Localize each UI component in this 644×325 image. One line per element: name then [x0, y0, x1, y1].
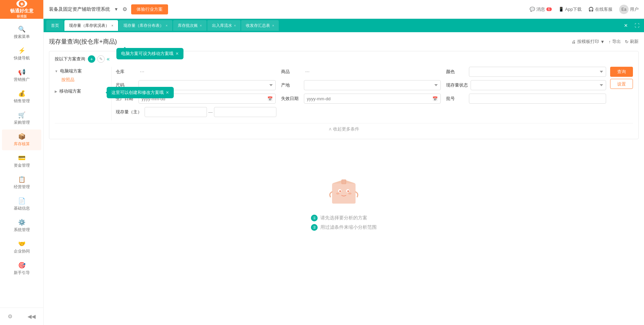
sidebar-item-system[interactable]: ⚙️ 系统管理	[2, 215, 41, 236]
print-button[interactable]: 🖨 按模板打印 ▼	[572, 39, 605, 45]
origin-select[interactable]	[304, 80, 441, 90]
filter-add-button[interactable]: +	[88, 55, 95, 63]
user-item[interactable]: Ea 用户	[619, 5, 639, 14]
tab-home[interactable]: 首页	[46, 20, 64, 31]
filter-back-button[interactable]: «	[107, 56, 110, 62]
collapse-sidebar-icon[interactable]: ◀◀	[25, 312, 38, 321]
product-ellipsis-btn[interactable]: ···	[304, 69, 311, 75]
sidebar-item-finance[interactable]: 💳 资金管理	[2, 151, 41, 172]
tooltip2-close-icon[interactable]: ✕	[166, 90, 169, 95]
search-icon: 🔍	[18, 25, 25, 33]
expire-date-calendar-icon[interactable]: 📅	[432, 96, 438, 101]
tab-label-inventory_dist: 现存量（库存分布表）	[123, 23, 164, 29]
tab-in_out_flow[interactable]: 出入库流水×	[207, 20, 241, 31]
collapse-bar[interactable]: ∧ 收起更多条件	[55, 123, 633, 135]
warehouse-label: 仓库	[116, 69, 136, 75]
enterprise-icon: 🤝	[18, 240, 25, 248]
mobile-scheme-header[interactable]: ▶ 移动端方案	[55, 87, 107, 96]
color-select[interactable]	[469, 67, 606, 77]
tab-close-batch_account[interactable]: ×	[200, 24, 202, 28]
svg-rect-3	[341, 179, 346, 184]
stock-qty-max[interactable]	[214, 107, 276, 117]
tab-inventory_status[interactable]: 现存量（库存状况表）×	[64, 20, 118, 31]
produce-date-calendar-icon[interactable]: 📅	[267, 96, 273, 101]
header-settings-icon[interactable]: ⚙	[122, 6, 127, 12]
export-button[interactable]: ↑ 导出	[609, 39, 621, 45]
filter-field-expire-date: 失效日期 📅	[281, 94, 441, 104]
sidebar-item-quick[interactable]: ⚡ 快捷导航	[2, 44, 41, 64]
filter-field-stock-status: 现存量状态	[446, 80, 606, 90]
sidebar-item-marketing[interactable]: 📢 营销推广	[2, 65, 41, 86]
guide-icon: 🎯	[18, 262, 25, 269]
online-service-item[interactable]: 🎧 在线客服	[588, 6, 612, 12]
tab-label-inventory_status: 现存量（库存状况表）	[69, 23, 109, 29]
sidebar-item-basic[interactable]: 📄 基础信息	[2, 194, 41, 215]
tip-1-num: ①	[311, 215, 318, 221]
message-item[interactable]: 💬 消息 6	[530, 6, 552, 12]
pc-scheme-arrow-icon: ▼	[55, 69, 58, 73]
tab-close-in_out_flow[interactable]: ×	[234, 24, 236, 28]
tab-receive_summary[interactable]: 收发存汇总表×	[241, 20, 279, 31]
trial-button[interactable]: 体验行业方案	[131, 4, 168, 14]
empty-illustration	[324, 170, 364, 208]
expire-date-field[interactable]	[307, 96, 433, 101]
origin-label: 产地	[281, 82, 301, 88]
empty-state: ① 请先选择要分析的方案 ② 用过滤条件来缩小分析范围	[49, 143, 639, 258]
operation-icon: 📋	[18, 176, 25, 183]
tab-close-receive_summary[interactable]: ×	[272, 24, 274, 28]
app-download-item[interactable]: 📱 App下载	[558, 6, 582, 12]
product-label: 商品	[281, 69, 301, 75]
tab-fullscreen-icon[interactable]: ⛶	[633, 22, 641, 29]
sidebar-item-inventory[interactable]: 📦 库存核算	[2, 129, 41, 150]
stock-status-label: 现存量状态	[446, 82, 468, 88]
filter-row-2: 尺码 产地 现存量状态	[116, 80, 606, 90]
expire-date-label: 失效日期	[281, 96, 301, 102]
batch-label: 批号	[446, 96, 466, 102]
tip-2-num: ②	[311, 224, 318, 231]
svg-point-6	[339, 191, 341, 192]
batch-input[interactable]	[469, 94, 606, 104]
tab-label-batch_account: 库存批次账	[178, 23, 198, 29]
tab-close-all-icon[interactable]: ✕	[622, 22, 630, 29]
export-label: 导出	[612, 39, 621, 45]
pc-scheme-item-1[interactable]: 按照品	[55, 75, 107, 84]
svg-point-8	[336, 193, 339, 195]
filter-edit-button[interactable]: ✎	[97, 55, 105, 63]
sidebar-bottom: ⚙ ◀◀	[0, 308, 43, 325]
sidebar-item-label-inventory: 库存核算	[14, 141, 30, 147]
search-button[interactable]: 查询	[610, 67, 633, 77]
tab-inventory_dist[interactable]: 现存量（库存分布表）×	[119, 20, 172, 31]
sidebar-item-guide[interactable]: 🎯 新手引导	[2, 258, 41, 279]
reset-button[interactable]: 设置	[610, 79, 633, 89]
message-label: 消息	[536, 6, 545, 12]
settings-icon[interactable]: ⚙	[5, 312, 15, 321]
tab-close-inventory_status[interactable]: ×	[111, 24, 113, 28]
stock-qty-min[interactable]	[145, 107, 207, 117]
page-title-bar: 现存量查询(按仓库+商品) 🖨 按模板打印 ▼ ↑ 导出 ↻ 刷新	[49, 38, 639, 46]
svg-text:畅: 畅	[20, 2, 23, 6]
tip-2-text: 用过滤条件来缩小分析范围	[320, 224, 377, 230]
top-header: 装备及固定资产辅助管理系统 ▼ ⚙ 体验行业方案 💬 消息 6 📱 App下载 …	[44, 0, 644, 19]
search-buttons: 查询 设置	[610, 67, 633, 89]
main-content: 现存量查询(按仓库+商品) 🖨 按模板打印 ▼ ↑ 导出 ↻ 刷新	[44, 32, 644, 325]
tooltip1-close-icon[interactable]: ✕	[175, 51, 179, 56]
sidebar-item-operation[interactable]: 📋 经营管理	[2, 172, 41, 193]
warehouse-ellipsis-btn[interactable]: ···	[139, 69, 146, 75]
stock-status-select[interactable]	[471, 80, 606, 90]
sidebar-item-sales[interactable]: 💰 销售管理	[2, 87, 41, 107]
quick-icon: ⚡	[18, 47, 25, 54]
expire-date-input[interactable]: 📅	[304, 94, 441, 104]
scheme-tooltip-2: 这里可以创建和修改方案哦 ✕	[107, 87, 174, 98]
tab-close-inventory_dist[interactable]: ×	[166, 24, 168, 28]
sidebar-item-purchase[interactable]: 🛒 采购管理	[2, 108, 41, 129]
pc-scheme-header[interactable]: ▼ 电脑端方案	[55, 67, 107, 75]
sidebar-item-search[interactable]: 🔍 搜索菜单	[2, 22, 41, 43]
tab-bar-right: ✕ ⛶	[622, 22, 641, 29]
tab-batch_account[interactable]: 库存批次账×	[173, 20, 207, 31]
sidebar-item-enterprise[interactable]: 🤝 企业协同	[2, 237, 41, 258]
refresh-button[interactable]: ↻ 刷新	[625, 39, 639, 45]
system-select-dropdown[interactable]: ▼	[114, 7, 118, 12]
inventory-icon: 📦	[18, 133, 25, 140]
sidebar-item-label-enterprise: 企业协同	[14, 249, 30, 254]
sidebar-item-label-operation: 经营管理	[14, 184, 30, 190]
